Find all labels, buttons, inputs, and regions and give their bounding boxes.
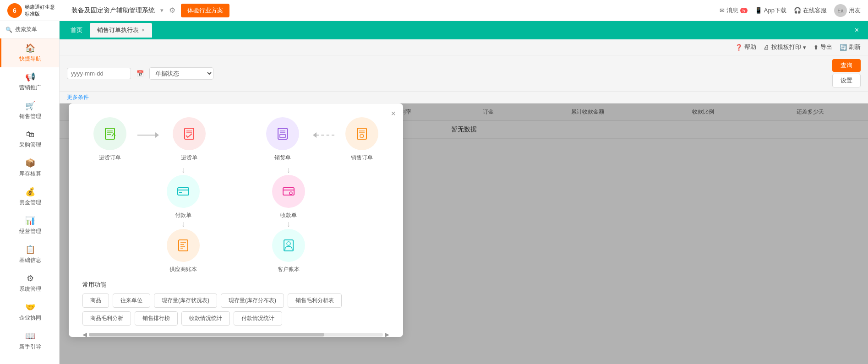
scroll-right-icon[interactable]: ▶: [385, 331, 389, 337]
common-btn-receipt-stat[interactable]: 收款情况统计: [181, 311, 230, 326]
date-input[interactable]: [67, 68, 131, 79]
sidebar-item-label: 经营管理: [19, 228, 41, 235]
calendar-icon[interactable]: 📅: [136, 70, 144, 77]
tab-bar: 首页 销售订单执行表 × ×: [60, 21, 868, 39]
common-btn-stock-dist[interactable]: 现存量(库存分布表): [221, 293, 284, 308]
query-button[interactable]: 查询: [832, 59, 861, 72]
s3: [211, 219, 261, 229]
receipt-circle[interactable]: [272, 175, 305, 208]
status-select[interactable]: 单据状态: [149, 67, 213, 80]
export-button[interactable]: ⬆ 导出: [813, 43, 832, 51]
sidebar-item-finance[interactable]: 💰 资金管理: [0, 182, 59, 211]
dropdown-icon[interactable]: ▾: [160, 7, 164, 14]
flow-customer-ledger: 客户账本: [261, 229, 316, 273]
sidebar-items: 🏠 快捷导航 📢 营销推广 🛒 销售管理 🛍 采购管理 📦 库存核: [0, 38, 59, 364]
down-arrow-payment: ↓: [156, 219, 211, 229]
common-btn-product[interactable]: 商品: [82, 293, 109, 308]
svg-point-14: [360, 134, 364, 138]
sales-icon: 🛒: [25, 101, 35, 111]
flow-modal: × 进货订单: [69, 103, 403, 337]
common-functions-section: 常用功能 商品 往来单位 现存量(库存状况表) 现存量(库存分布表) 销售毛利分…: [82, 281, 389, 326]
purchase-order-circle[interactable]: [93, 117, 126, 150]
window-close-button[interactable]: ×: [849, 26, 864, 34]
flow-supplier-ledger: 供应商账本: [156, 229, 211, 273]
svg-rect-0: [105, 128, 115, 139]
sidebar-item-label: 采购管理: [19, 141, 41, 149]
logo-text: 畅康通好生意 标准版: [25, 4, 55, 17]
s2: [137, 219, 156, 229]
finance-icon: 💰: [25, 187, 35, 197]
common-btn-product-margin[interactable]: 商品毛利分析: [82, 311, 131, 326]
s1: [82, 219, 137, 229]
svg-rect-17: [179, 192, 182, 193]
common-btn-sales-margin[interactable]: 销售毛利分析表: [288, 293, 342, 308]
svg-rect-15: [178, 188, 189, 195]
help-button[interactable]: ❓ 帮助: [735, 43, 756, 51]
sidebar-item-marketing[interactable]: 📢 营销推广: [0, 67, 59, 96]
print-dropdown-icon: ▾: [803, 44, 806, 51]
sidebar-item-label: 销售管理: [19, 113, 41, 120]
message-button[interactable]: ✉ 消息 5: [720, 6, 748, 15]
sidebar-item-guide[interactable]: 📖 新手引导: [0, 326, 59, 355]
sales-bill-circle[interactable]: [266, 117, 299, 150]
supplier-ledger-circle[interactable]: [167, 229, 200, 262]
s4: [316, 219, 334, 229]
refresh-button[interactable]: 🔄 刷新: [840, 43, 861, 51]
page-toolbar: ❓ 帮助 🖨 按模板打印 ▾ ⬆ 导出 🔄: [60, 39, 868, 55]
sidebar-item-label: 企业协同: [19, 314, 41, 322]
sidebar-item-label: 库存核算: [19, 170, 41, 178]
svg-point-20: [289, 192, 292, 195]
set-button[interactable]: 设置: [832, 74, 861, 87]
sidebar-item-system[interactable]: ⚙ 系统管理: [0, 269, 59, 298]
guide-icon: 📖: [25, 331, 35, 341]
logo-area: 6 畅康通好生意 标准版: [7, 3, 66, 18]
spacer1: [82, 165, 137, 175]
common-btn-contact[interactable]: 往来单位: [113, 293, 150, 308]
arrow-right-1: [137, 132, 162, 138]
try-industry-button[interactable]: 体验行业方案: [181, 4, 229, 17]
modal-close-button[interactable]: ×: [391, 109, 396, 119]
settings-icon[interactable]: ⚙: [169, 6, 175, 15]
top-bar-right: ✉ 消息 5 📱 App下载 🎧 在线客服 Ea 用友: [720, 4, 861, 17]
tab-close-icon[interactable]: ×: [142, 27, 145, 33]
svg-rect-10: [280, 135, 285, 137]
down-arrow-receipt: ↓: [261, 219, 316, 229]
down-arrow-sales: ↓: [261, 165, 316, 175]
sidebar-item-inventory[interactable]: 📦 库存核算: [0, 153, 59, 182]
tab-sales-order[interactable]: 销售订单执行表 ×: [90, 23, 152, 38]
print-button[interactable]: 🖨 按模板打印 ▾: [764, 43, 806, 51]
sidebar-search[interactable]: 🔍 搜索菜单: [0, 21, 59, 38]
sales-order-circle[interactable]: [345, 117, 378, 150]
online-service-button[interactable]: 🎧 在线客服: [794, 6, 827, 15]
user-menu[interactable]: Ea 用友: [834, 4, 861, 17]
scroll-track: [89, 333, 383, 337]
sidebar-item-operation[interactable]: 📊 经营管理: [0, 211, 59, 240]
message-icon: ✉: [720, 7, 725, 14]
sidebar-item-label: 资金管理: [19, 199, 41, 206]
modal-scrollbar[interactable]: ◀ ▶: [82, 331, 389, 337]
purchase-bill-circle[interactable]: [173, 117, 206, 150]
scroll-left-icon[interactable]: ◀: [82, 331, 87, 337]
common-functions-title: 常用功能: [82, 281, 389, 289]
search-icon: 🔍: [5, 27, 12, 33]
sidebar-item-quick-nav[interactable]: 🏠 快捷导航: [0, 38, 59, 67]
common-btn-stock-status[interactable]: 现存量(库存状况表): [154, 293, 217, 308]
sidebar-item-purchase[interactable]: 🛍 采购管理: [0, 125, 59, 153]
tab-home[interactable]: 首页: [63, 23, 90, 38]
sidebar-item-sales[interactable]: 🛒 销售管理: [0, 96, 59, 125]
sidebar-item-collab[interactable]: 🤝 企业协同: [0, 298, 59, 326]
flow-purchase-order: 进货订单: [82, 117, 137, 162]
common-btn-sales-rank[interactable]: 销售排行榜: [135, 311, 178, 326]
more-conditions-link[interactable]: 更多条件: [67, 94, 89, 100]
message-badge: 5: [740, 8, 748, 13]
search-bar: 📅 单据状态 查询 设置: [60, 55, 868, 92]
down-arrow-purchase: ↓: [156, 165, 211, 175]
sidebar-item-base-info[interactable]: 📋 基础信息: [0, 240, 59, 269]
sidebar-item-label: 系统管理: [19, 285, 41, 293]
app-download-button[interactable]: 📱 App下载: [755, 6, 786, 15]
customer-ledger-circle[interactable]: [272, 229, 305, 262]
common-btn-payment-stat[interactable]: 付款情况统计: [234, 311, 282, 326]
payment-circle[interactable]: [167, 175, 200, 208]
common-buttons: 商品 往来单位 现存量(库存状况表) 现存量(库存分布表) 销售毛利分析表 商品…: [82, 293, 389, 326]
main-area: 🔍 搜索菜单 🏠 快捷导航 📢 营销推广 🛒 销售管理 🛍: [0, 21, 868, 364]
